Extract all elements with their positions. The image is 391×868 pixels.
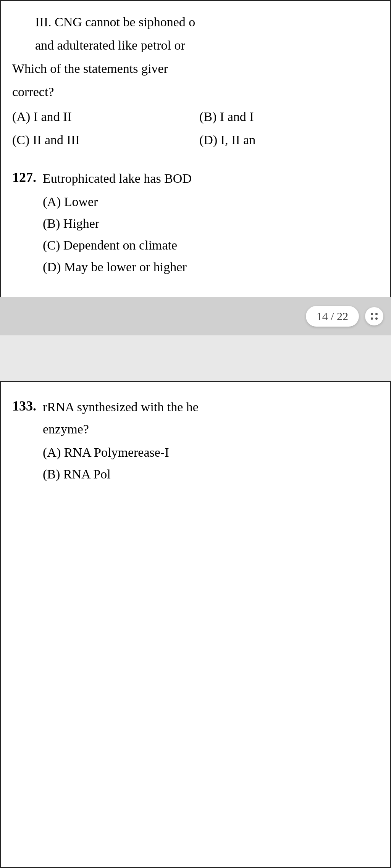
- q127-option-b[interactable]: (B) Higher: [43, 214, 379, 233]
- svg-point-1: [375, 313, 378, 315]
- option-b-top[interactable]: (B) I and I: [199, 107, 379, 126]
- options-grid-top: (A) I and II (B) I and I (C) II and III …: [12, 107, 379, 150]
- question-133-number: 133.: [12, 397, 43, 414]
- question-133-text-line2: enzyme?: [43, 419, 379, 440]
- svg-point-0: [371, 313, 373, 315]
- q133-option-b-partial[interactable]: (B) RNA Pol: [43, 464, 379, 484]
- question-133-text-line1: rRNA synthesized with the he: [43, 397, 379, 417]
- top-question-card: III. CNG cannot be siphoned o and adulte…: [0, 0, 391, 297]
- question-127-row: 127. Eutrophicated lake has BOD (A) Lowe…: [12, 169, 379, 279]
- continuation-text-line2: and adulterated like petrol or: [12, 35, 379, 55]
- question-127-content: Eutrophicated lake has BOD (A) Lower (B)…: [43, 169, 379, 279]
- q133-option-a[interactable]: (A) RNA Polymerease-I: [43, 443, 379, 462]
- question-133-options: (A) RNA Polymerease-I (B) RNA Pol: [43, 443, 379, 484]
- page-indicator-wrapper: 14 / 22: [306, 306, 383, 327]
- question-127-number: 127.: [12, 169, 43, 185]
- option-c-top[interactable]: (C) II and III: [12, 130, 192, 150]
- q127-option-c[interactable]: (C) Dependent on climate: [43, 235, 379, 255]
- page-indicator: 14 / 22: [306, 306, 359, 327]
- question-127-options: (A) Lower (B) Higher (C) Dependent on cl…: [43, 192, 379, 277]
- svg-point-3: [375, 317, 378, 320]
- bottom-question-card: 133. rRNA synthesized with the he enzyme…: [0, 381, 391, 868]
- q127-option-d[interactable]: (D) May be lower or higher: [43, 257, 379, 277]
- option-a-top[interactable]: (A) I and II: [12, 107, 192, 126]
- which-statement-line1: Which of the statements giver: [12, 59, 379, 78]
- continuation-text-line1: III. CNG cannot be siphoned o: [12, 12, 379, 32]
- which-statement-line2: correct?: [12, 82, 379, 101]
- question-127-text: Eutrophicated lake has BOD: [43, 169, 379, 189]
- gap-spacer: [0, 335, 391, 381]
- page-wrapper: III. CNG cannot be siphoned o and adulte…: [0, 0, 391, 868]
- option-d-top[interactable]: (D) I, II an: [199, 130, 379, 150]
- q127-option-a[interactable]: (A) Lower: [43, 192, 379, 211]
- question-133-row: 133. rRNA synthesized with the he enzyme…: [12, 397, 379, 486]
- question-133-content: rRNA synthesized with the he enzyme? (A)…: [43, 397, 379, 486]
- navigation-bar: 14 / 22: [0, 297, 391, 335]
- grid-menu-icon[interactable]: [365, 307, 383, 325]
- svg-point-2: [371, 317, 373, 320]
